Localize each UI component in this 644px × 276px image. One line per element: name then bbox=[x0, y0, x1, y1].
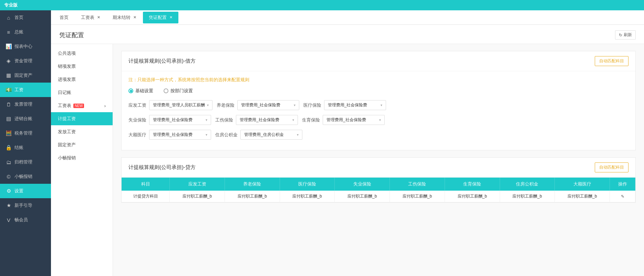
tab-voucher-close[interactable]: ✕ bbox=[169, 15, 173, 20]
fixed-icon: ▦ bbox=[6, 72, 12, 78]
sidebar-item-xiaochang[interactable]: © 小畅报销 bbox=[0, 169, 51, 184]
sidebar-item-label: 进销台账 bbox=[14, 116, 32, 122]
form-item-injury: 工伤保险 管理费用_社会保险费 ▾ bbox=[215, 115, 298, 125]
left-nav-journal[interactable]: 日记账 bbox=[51, 86, 113, 99]
sidebar-item-tax[interactable]: 🧮 税务管理 bbox=[0, 126, 51, 140]
sidebar-item-ledger[interactable]: ≡ 总账 bbox=[0, 25, 51, 39]
refresh-button[interactable]: ↻ 刷新 bbox=[615, 30, 636, 40]
sidebar-item-vip[interactable]: V 畅会员 bbox=[0, 213, 51, 227]
radio-basic[interactable]: 基础设置 bbox=[128, 88, 153, 94]
sidebar-item-invoice[interactable]: 🗒 发票管理 bbox=[0, 97, 51, 112]
sidebar-item-label: 总账 bbox=[14, 29, 23, 35]
applied-salary-label: 应发工资 bbox=[128, 102, 146, 108]
table-row: 计提贷方科目 应付职工薪酬_b 应付职工薪酬_b 应付职工薪酬_b 应付职工薪酬… bbox=[122, 191, 635, 202]
left-nav-purchase-invoice[interactable]: 进项发票 bbox=[51, 73, 113, 86]
capital-icon: ◈ bbox=[6, 58, 12, 64]
debit-notice: 注：只能选择一种方式，系统将按照您当前的选择来配置规则 bbox=[128, 77, 629, 83]
unemployment-value: 管理费用_社会保险费 bbox=[153, 117, 193, 123]
housing-fund-label: 住房公积金 bbox=[215, 132, 238, 138]
refresh-label: 刷新 bbox=[624, 32, 632, 38]
sidebar-item-closing[interactable]: 🔒 结账 bbox=[0, 140, 51, 155]
form-item-unemployment: 失业保险 管理费用_社会保险费 ▾ bbox=[128, 115, 211, 125]
sidebar-item-salary[interactable]: 💵 工资 bbox=[0, 83, 51, 97]
credit-auto-match-button[interactable]: 自动匹配科目 bbox=[595, 162, 629, 172]
row-action[interactable]: ✎ bbox=[610, 191, 635, 202]
left-nav-fixed-assets[interactable]: 固定资产 bbox=[51, 138, 113, 151]
tab-period-close[interactable]: ✕ bbox=[133, 15, 136, 20]
maternity-value: 管理费用_社会保险费 bbox=[326, 117, 366, 123]
sidebar-item-inventory[interactable]: ▤ 进销台账 bbox=[0, 112, 51, 126]
form-row-3: 大额医疗 管理费用_社会保险费 ▾ 住房公积金 管理费用_住房公积金 bbox=[128, 130, 629, 140]
pension-label: 养老保险 bbox=[217, 102, 235, 108]
left-nav-sales-invoice-label: 销项发票 bbox=[58, 63, 76, 70]
tab-salary[interactable]: 工资表 ✕ bbox=[75, 12, 106, 23]
edit-icon[interactable]: ✎ bbox=[621, 194, 624, 199]
sidebar-item-settings[interactable]: ⚙ 设置 bbox=[0, 184, 51, 198]
left-nav-public[interactable]: 公共选项 bbox=[51, 47, 113, 60]
refresh-icon: ↻ bbox=[619, 33, 622, 38]
row-unemployment: 应付职工薪酬_b bbox=[335, 191, 390, 202]
tab-home[interactable]: 首页 bbox=[54, 12, 74, 23]
debit-section-header: 计提核算规则(公司承担)-借方 自动匹配科目 bbox=[122, 51, 635, 71]
maternity-label: 生育保险 bbox=[302, 117, 320, 123]
medical-select[interactable]: 管理费用_社会保险费 ▾ bbox=[324, 100, 386, 110]
tab-voucher[interactable]: 凭证配置 ✕ bbox=[143, 12, 178, 23]
sidebar-item-guide[interactable]: ★ 新手引导 bbox=[0, 198, 51, 213]
settings-icon: ⚙ bbox=[6, 188, 12, 194]
pension-select[interactable]: 管理费用_社会保险费 ▾ bbox=[237, 100, 299, 110]
right-panel: 计提核算规则(公司承担)-借方 自动匹配科目 注：只能选择一种方式，系统将按照您… bbox=[113, 44, 644, 276]
medical-value: 管理费用_社会保险费 bbox=[328, 102, 367, 108]
maternity-select[interactable]: 管理费用_社会保险费 ▾ bbox=[323, 115, 385, 125]
sidebar-item-label: 小畅报销 bbox=[14, 173, 32, 180]
col-large-medical: 大额医疗 bbox=[555, 178, 610, 191]
sidebar-item-capital[interactable]: ◈ 资金管理 bbox=[0, 54, 51, 68]
tab-salary-close[interactable]: ✕ bbox=[97, 15, 100, 20]
large-medical-select[interactable]: 管理费用_社会保险费 ▾ bbox=[149, 130, 211, 140]
housing-fund-select[interactable]: 管理费用_住房公积金 ▾ bbox=[240, 130, 302, 140]
applied-salary-value: 管理费用_管理人员职工薪酬 bbox=[153, 102, 205, 108]
left-nav-jiti-salary-label: 计提工资 bbox=[58, 116, 76, 122]
sidebar-item-home[interactable]: ⌂ 首页 bbox=[0, 10, 51, 25]
housing-fund-value: 管理费用_住房公积金 bbox=[244, 132, 284, 138]
sidebar-item-reports[interactable]: 📊 报表中心 bbox=[0, 39, 51, 54]
row-applied-salary: 应付职工薪酬_b bbox=[170, 191, 225, 202]
sidebar-item-label: 资金管理 bbox=[14, 58, 32, 64]
injury-select[interactable]: 管理费用_社会保险费 ▾ bbox=[236, 115, 298, 125]
tab-period[interactable]: 期末结转 ✕ bbox=[107, 12, 142, 23]
debit-auto-match-button[interactable]: 自动匹配科目 bbox=[595, 56, 629, 66]
left-nav-sales-invoice[interactable]: 销项发票 bbox=[51, 60, 113, 73]
radio-department[interactable]: 按部门设置 bbox=[164, 88, 193, 94]
sidebar-item-label: 畅会员 bbox=[14, 217, 28, 223]
unemployment-select[interactable]: 管理费用_社会保险费 ▾ bbox=[149, 115, 211, 125]
left-nav-jiti-salary[interactable]: 计提工资 bbox=[51, 112, 113, 125]
col-maternity: 生育保险 bbox=[445, 178, 500, 191]
left-nav-salary-table[interactable]: 工资表 NEW › bbox=[51, 99, 113, 112]
tab-salary-label: 工资表 bbox=[81, 14, 94, 21]
left-nav-public-label: 公共选项 bbox=[58, 50, 76, 56]
invoice-icon: 🗒 bbox=[6, 102, 12, 107]
sidebar-item-label: 新手引导 bbox=[14, 202, 32, 209]
applied-salary-select[interactable]: 管理费用_管理人员职工薪酬 ▾ bbox=[149, 100, 212, 110]
medical-label: 医疗保险 bbox=[303, 102, 321, 108]
form-item-housing-fund: 住房公积金 管理费用_住房公积金 ▾ bbox=[215, 130, 302, 140]
sidebar-item-archive[interactable]: 🗂 归档管理 bbox=[0, 155, 51, 169]
sidebar-item-label: 工资 bbox=[14, 87, 23, 93]
large-medical-label: 大额医疗 bbox=[128, 132, 146, 138]
debit-section-body: 注：只能选择一种方式，系统将按照您当前的选择来配置规则 基础设置 按部门设置 bbox=[122, 71, 635, 150]
left-nav-salary-table-label: 工资表 bbox=[58, 103, 71, 109]
left-nav-issue-salary[interactable]: 发放工资 bbox=[51, 125, 113, 138]
credit-section-header: 计提核算规则(公司承担)-贷方 自动匹配科目 bbox=[122, 158, 635, 178]
chevron-down-icon: ▾ bbox=[207, 103, 209, 107]
tab-home-label: 首页 bbox=[60, 14, 69, 21]
home-icon: ⌂ bbox=[6, 15, 12, 21]
salary-icon: 💵 bbox=[6, 87, 12, 93]
col-medical: 医疗保险 bbox=[280, 178, 335, 191]
left-nav-xiaochang-expense[interactable]: 小畅报销 bbox=[51, 151, 113, 164]
chevron-down-icon: ▾ bbox=[206, 133, 207, 137]
sidebar-item-fixed[interactable]: ▦ 固定资产 bbox=[0, 68, 51, 83]
sidebar-item-label: 归档管理 bbox=[14, 159, 32, 165]
sidebar-item-label: 报表中心 bbox=[14, 43, 32, 50]
closing-icon: 🔒 bbox=[6, 145, 12, 151]
vip-icon: V bbox=[6, 217, 12, 223]
sidebar-item-label: 结账 bbox=[14, 145, 23, 151]
